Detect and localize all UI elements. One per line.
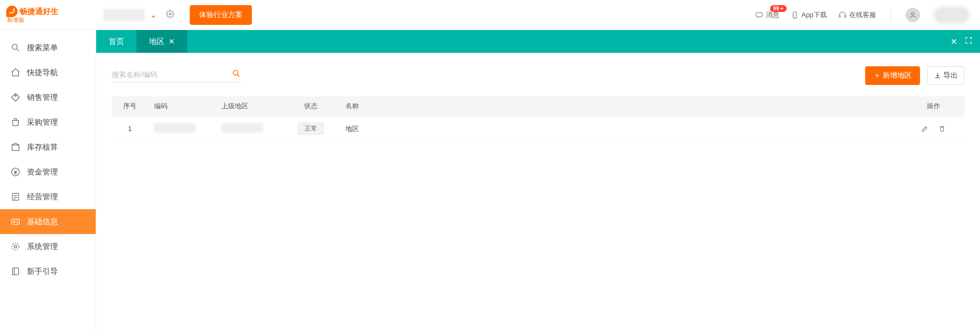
cell-parent	[215, 117, 282, 141]
svg-point-7	[12, 44, 17, 49]
delete-icon[interactable]	[938, 125, 946, 133]
online-service-label: 在线客服	[849, 10, 876, 20]
cell-name: 地区	[339, 117, 902, 141]
brand-name: 畅捷通好生	[20, 7, 58, 17]
report-icon	[10, 192, 21, 202]
close-icon[interactable]: ✕	[169, 37, 175, 46]
sidebar-item-system[interactable]: 系统管理	[0, 234, 96, 259]
tab-home[interactable]: 首页	[96, 30, 137, 53]
svg-rect-5	[845, 15, 846, 17]
header-right: 消息 99 + App下载 在线客服	[755, 7, 970, 23]
chevron-down-icon: ⌄	[150, 10, 157, 20]
sidebar-item-label: 快捷导航	[27, 68, 58, 78]
experience-plan-button[interactable]: 体验行业方案	[190, 5, 252, 25]
company-name-masked	[103, 9, 145, 21]
sidebar-item-basic-info[interactable]: 基础信息	[0, 209, 96, 234]
user-avatar-icon[interactable]	[906, 8, 920, 22]
cell-code	[148, 117, 215, 141]
sidebar-item-label: 库存核算	[27, 142, 58, 152]
search-icon[interactable]	[232, 69, 241, 80]
table-row: 1 正常 地区	[112, 117, 964, 141]
brand-logo: 畅捷通好生 标准版	[0, 6, 83, 24]
sidebar-item-operation[interactable]: 经营管理	[0, 184, 96, 209]
sidebar: 搜索菜单 快捷导航 销售管理 采购管理 库存核算 资金管理	[0, 30, 96, 333]
add-region-label: 新增地区	[883, 71, 912, 80]
svg-point-0	[169, 13, 171, 15]
sidebar-item-quick-nav[interactable]: 快捷导航	[0, 60, 96, 85]
id-icon	[10, 216, 21, 227]
brand-mark-icon	[6, 6, 18, 17]
export-label: 导出	[943, 71, 958, 80]
th-status: 状态	[282, 96, 339, 117]
header-divider	[891, 9, 891, 21]
th-parent: 上级地区	[215, 96, 282, 117]
edit-icon[interactable]	[921, 125, 929, 133]
search-icon	[10, 42, 21, 53]
tab-label: 地区	[149, 37, 164, 47]
tab-bar: 首页 地区 ✕ ✕	[96, 30, 980, 53]
cell-status: 正常	[282, 117, 339, 141]
svg-line-8	[17, 49, 19, 51]
masked-value	[221, 123, 263, 133]
sidebar-item-funds[interactable]: 资金管理	[0, 160, 96, 184]
th-ops: 操作	[902, 96, 964, 117]
sidebar-item-label: 基础信息	[27, 217, 58, 227]
app-download-link[interactable]: App下载	[791, 10, 827, 20]
th-seq: 序号	[112, 96, 148, 117]
cell-ops	[902, 117, 964, 141]
svg-line-26	[237, 75, 239, 77]
online-service-link[interactable]: 在线客服	[838, 10, 876, 20]
cell-seq: 1	[112, 117, 148, 141]
tab-label: 首页	[109, 37, 124, 47]
top-header: 畅捷通好生 标准版 ⌄ 体验行业方案 消息 99 + App下载	[0, 0, 980, 30]
app-download-label: App下载	[802, 10, 827, 20]
th-code: 编码	[148, 96, 215, 117]
brand-edition: 标准版	[7, 16, 83, 24]
sidebar-item-newbie[interactable]: 新手引导	[0, 259, 96, 284]
svg-rect-4	[839, 15, 840, 17]
sidebar-item-inventory[interactable]: 库存核算	[0, 135, 96, 160]
sidebar-item-label: 经营管理	[27, 192, 58, 202]
chat-icon	[755, 11, 763, 19]
svg-rect-18	[12, 219, 20, 224]
svg-point-22	[12, 243, 19, 250]
headset-icon	[838, 11, 847, 19]
sidebar-item-purchase[interactable]: 采购管理	[0, 110, 96, 135]
sidebar-item-label: 资金管理	[27, 167, 58, 177]
export-icon	[934, 72, 941, 79]
messages-link[interactable]: 消息 99 +	[755, 10, 779, 20]
search-box[interactable]	[112, 69, 241, 82]
svg-point-10	[15, 95, 17, 96]
fullscreen-icon[interactable]	[964, 36, 973, 47]
messages-badge: 99 +	[770, 5, 787, 12]
sidebar-item-label: 销售管理	[27, 93, 58, 103]
mobile-icon	[791, 11, 799, 19]
gear-dash-icon	[10, 241, 21, 252]
company-selector[interactable]: ⌄	[103, 9, 157, 21]
svg-point-25	[233, 70, 238, 75]
plus-icon: ＋	[873, 71, 881, 80]
svg-point-19	[13, 221, 15, 222]
sidebar-item-label: 采购管理	[27, 118, 58, 127]
box-icon	[10, 142, 21, 152]
settings-gear-icon[interactable]	[166, 10, 174, 20]
th-name: 名称	[339, 96, 902, 117]
export-button[interactable]: 导出	[927, 66, 964, 85]
search-input[interactable]	[112, 70, 232, 79]
sidebar-item-label: 新手引导	[27, 267, 58, 277]
user-name-masked[interactable]	[933, 7, 970, 23]
tab-close-all-icon[interactable]: ✕	[951, 37, 957, 47]
svg-rect-24	[12, 268, 19, 274]
guide-icon	[10, 266, 21, 277]
sidebar-item-label: 搜索菜单	[27, 43, 58, 53]
add-region-button[interactable]: ＋ 新增地区	[865, 66, 920, 85]
sidebar-item-label: 系统管理	[27, 242, 58, 252]
sidebar-item-sales[interactable]: 销售管理	[0, 85, 96, 110]
home-icon	[10, 67, 21, 78]
bag-icon	[10, 117, 21, 127]
money-icon	[10, 167, 21, 177]
sidebar-item-search-menu[interactable]: 搜索菜单	[0, 35, 96, 60]
tab-region[interactable]: 地区 ✕	[137, 30, 187, 53]
svg-rect-1	[756, 12, 762, 17]
tag-icon	[10, 92, 21, 103]
